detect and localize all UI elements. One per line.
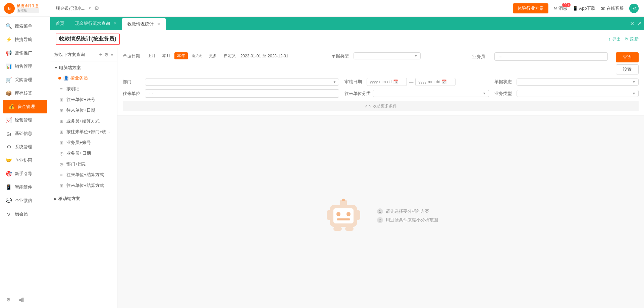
by-salesman-icon: 👤 bbox=[63, 75, 69, 81]
customer-service-btn[interactable]: ☎ 在线客服 bbox=[601, 5, 624, 11]
tab-collection-stats[interactable]: 收款情况统计 ✕ bbox=[122, 18, 166, 30]
schema-item-by-unit-dept[interactable]: ⊞按往来单位+部门+收... bbox=[50, 126, 117, 137]
sidebar-item-guide[interactable]: 🎯新手引导 bbox=[0, 167, 50, 181]
sidebar-item-operation[interactable]: 📈经营管理 bbox=[0, 113, 50, 127]
biz-type-label: 业务类型 bbox=[494, 91, 515, 97]
panel-add-icon[interactable]: + bbox=[99, 52, 102, 58]
schema-item-by-salesman-date[interactable]: ◷业务员+日期 bbox=[50, 148, 117, 159]
user-area[interactable]: Rit bbox=[629, 4, 639, 13]
mobile-schema-section: ▶ 移动端方案 bbox=[50, 192, 117, 205]
sidebar-label-basic: 基础信息 bbox=[15, 131, 32, 137]
calendar-end-icon: 📅 bbox=[442, 80, 447, 84]
review-date-label: 审核日期 bbox=[344, 79, 365, 85]
sidebar-item-member[interactable]: V畅会员 bbox=[0, 207, 50, 221]
doc-type-select[interactable]: ▼ bbox=[354, 52, 421, 59]
refresh-button[interactable]: ↻ 刷新 bbox=[625, 36, 639, 42]
mobile-section-title[interactable]: ▶ 移动端方案 bbox=[50, 194, 117, 204]
doc-type-label: 单据类型 bbox=[331, 53, 352, 59]
robot-svg bbox=[323, 195, 364, 232]
date-tab-last-7[interactable]: 近7天 bbox=[189, 52, 205, 59]
breadcrumb-arrow-icon[interactable]: ▼ bbox=[88, 6, 92, 10]
doc-type-group: 单据类型 ▼ bbox=[331, 52, 467, 59]
wechat-icon: 💬 bbox=[5, 197, 12, 204]
dept-select[interactable]: ▼ bbox=[145, 79, 339, 86]
tab-maximize-icon[interactable]: ⤢ bbox=[637, 20, 641, 27]
collapse-bar[interactable]: ∧∧ 收起更多条件 bbox=[123, 101, 639, 111]
salesman-more-icon[interactable]: ··· bbox=[499, 54, 502, 59]
sidebar-item-search-menu[interactable]: 🔍搜索菜单 bbox=[0, 19, 50, 33]
notification-area[interactable]: ✉ 99+ 消息 bbox=[554, 5, 568, 11]
tab-collection-stats-close[interactable]: ✕ bbox=[157, 22, 160, 27]
filter-row-2: 部门 ▼ 审核日期 yyyy-mm-dd 📅 bbox=[123, 78, 639, 86]
schema-item-by-dept-date[interactable]: ◷部门+日期 bbox=[50, 159, 117, 169]
panel-header: 按以下方案查询 + ⚙ « bbox=[50, 48, 117, 61]
trial-button[interactable]: 体验行业方案 bbox=[513, 3, 548, 13]
desktop-section-title[interactable]: ▼ 电脑端方案 bbox=[50, 63, 117, 73]
hardware-icon: 📱 bbox=[5, 184, 12, 191]
schema-item-by-salesman-account[interactable]: ⊞业务员+账号 bbox=[50, 137, 117, 148]
settings-icon[interactable]: ⚙ bbox=[94, 5, 99, 11]
schema-item-by-unit-settle2[interactable]: ⊞往来单位+结算方式 bbox=[50, 180, 117, 191]
schema-item-by-detail[interactable]: ≡按明细 bbox=[50, 84, 117, 94]
tab-bank-flow[interactable]: 现金银行流水查询 ✕ bbox=[70, 17, 122, 30]
sidebar-item-enterprise[interactable]: 🤝企业协同 bbox=[0, 154, 50, 167]
tip-item-2: 2 用过滤条件来缩小分析范围 bbox=[377, 217, 438, 223]
sidebar-item-sales[interactable]: 📊销售管理 bbox=[0, 60, 50, 73]
counterparty-select[interactable]: ··· bbox=[145, 89, 339, 98]
tab-home[interactable]: 首页 bbox=[50, 17, 70, 30]
export-icon: ↑ bbox=[609, 37, 611, 42]
sidebar-item-purchase[interactable]: 🛒采购管理 bbox=[0, 73, 50, 87]
schema-item-by-unit-date[interactable]: ⊞往来单位+日期 bbox=[50, 105, 117, 116]
sidebar-settings-btn[interactable]: ⚙ bbox=[3, 295, 13, 305]
tabbar: 首页 现金银行流水查询 ✕ 收款情况统计 ✕ ✕ ⤢ bbox=[50, 17, 644, 30]
sidebar-item-inventory[interactable]: 📦库存核算 bbox=[0, 87, 50, 100]
date-tab-custom[interactable]: 自定义 bbox=[221, 52, 238, 59]
review-date-group: 审核日期 yyyy-mm-dd 📅 — yyyy-mm-dd 📅 bbox=[344, 78, 489, 86]
counterparty-category-select[interactable]: ▼ bbox=[373, 90, 489, 97]
by-salesman-date-icon: ◷ bbox=[58, 150, 64, 156]
tabbar-end: ✕ ⤢ bbox=[630, 20, 644, 27]
salesman-select[interactable]: ··· bbox=[494, 52, 608, 61]
sidebar-item-quick-nav[interactable]: ⚡快捷导航 bbox=[0, 33, 50, 46]
sidebar-item-wechat[interactable]: 💬企业微信 bbox=[0, 194, 50, 207]
tab-bank-flow-close[interactable]: ✕ bbox=[113, 21, 117, 26]
panel-collapse-icon[interactable]: « bbox=[111, 52, 113, 57]
schema-item-by-salesman[interactable]: 👤按业务员 bbox=[50, 73, 117, 84]
counterparty-more-icon[interactable]: ··· bbox=[149, 91, 153, 96]
sidebar-collapse-btn[interactable]: ◀‖ bbox=[16, 295, 26, 305]
message-icon: ✉ bbox=[554, 6, 557, 11]
empty-illustration bbox=[323, 195, 364, 228]
tip-text-1: 请先选择要分析的方案 bbox=[386, 208, 429, 214]
schema-item-by-unit-settle1[interactable]: ≡往来单位+结算方式 bbox=[50, 169, 117, 180]
app-download-btn[interactable]: 📱 App下载 bbox=[573, 5, 595, 11]
date-tab-more[interactable]: 更多 bbox=[206, 52, 220, 59]
by-salesman-account-label: 业务员+账号 bbox=[66, 140, 91, 146]
date-tab-this-year[interactable]: 本年 bbox=[174, 52, 188, 59]
query-button[interactable]: 查询 bbox=[616, 52, 639, 62]
export-button[interactable]: ↑ 导出 bbox=[609, 36, 621, 42]
finance-icon: 💰 bbox=[8, 103, 15, 110]
schema-item-by-salesman-settle[interactable]: ⊞业务员+结算方式 bbox=[50, 116, 117, 126]
sidebar-item-basic[interactable]: 🗂基础信息 bbox=[0, 127, 50, 140]
date-filter-group: 单据日期 上月 本月 本年 近7天 更多 自定义 2023-01-01 bbox=[123, 52, 326, 59]
svg-rect-7 bbox=[327, 210, 331, 220]
by-unit-account-label: 往来单位+账号 bbox=[66, 97, 95, 103]
review-date-end-input[interactable]: yyyy-mm-dd 📅 bbox=[415, 78, 455, 86]
biz-type-select[interactable]: ▼ bbox=[517, 90, 639, 97]
panel-settings-icon[interactable]: ⚙ bbox=[104, 52, 109, 57]
sidebar-item-system[interactable]: ⚙系统管理 bbox=[0, 140, 50, 154]
schema-item-by-unit-account[interactable]: ⊞往来单位+账号 bbox=[50, 94, 117, 105]
settings-button[interactable]: 设置 bbox=[616, 64, 639, 74]
tab-close-all-icon[interactable]: ✕ bbox=[630, 20, 634, 27]
member-icon: V bbox=[5, 211, 12, 217]
panel-header-actions: + ⚙ « bbox=[99, 52, 113, 58]
doc-status-select[interactable]: ▼ bbox=[517, 79, 639, 86]
filter-row-3: 往来单位 ··· 往来单位分类 ▼ bbox=[123, 89, 639, 98]
date-tab-this-month[interactable]: 本月 bbox=[160, 52, 173, 59]
sidebar-label-enterprise: 企业协同 bbox=[15, 157, 32, 163]
sidebar-item-finance[interactable]: 💰资金管理 bbox=[3, 100, 47, 113]
date-tab-last-month[interactable]: 上月 bbox=[145, 52, 158, 59]
review-date-start-input[interactable]: yyyy-mm-dd 📅 bbox=[367, 78, 407, 86]
sidebar-item-hardware[interactable]: 📱智能硬件 bbox=[0, 181, 50, 194]
sidebar-item-marketing[interactable]: 📢营销推广 bbox=[0, 46, 50, 60]
